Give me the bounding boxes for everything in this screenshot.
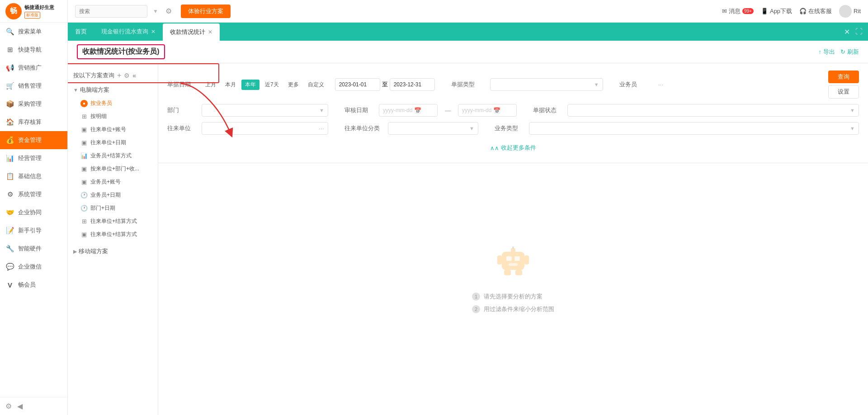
- scheme-item-salesperson-settle[interactable]: 📊 业务员+结算方式: [68, 149, 158, 162]
- messages-item[interactable]: ✉ 消息 99+: [722, 7, 754, 15]
- sidebar-item-finance[interactable]: 💰 资金管理: [0, 131, 67, 149]
- search-icon: 🔍: [5, 27, 14, 36]
- sidebar-item-operations[interactable]: 📊 经营管理: [0, 149, 67, 167]
- empty-state: 1 请先选择要分析的方案 2 用过滤条件来缩小分析范围: [158, 238, 868, 340]
- scheme-item-by-detail[interactable]: ⊞ 按明细: [68, 110, 158, 123]
- counterpart-dots[interactable]: ···: [319, 125, 324, 132]
- date-tab-7days[interactable]: 近7天: [261, 80, 283, 90]
- counterpart-input[interactable]: ···: [202, 122, 328, 135]
- counterpart-settle2-icon: ▣: [80, 231, 88, 238]
- sidebar-item-guide[interactable]: 📝 新手引导: [0, 222, 67, 240]
- review-from-input[interactable]: yyyy-mm-dd 📅: [379, 104, 438, 117]
- svg-rect-8: [504, 270, 511, 275]
- sidebar-item-inventory[interactable]: 🏠 库存核算: [0, 113, 67, 131]
- counterpart-label: 往来单位: [167, 124, 194, 132]
- page-header-actions: ↑ 导出 ↻ 刷新: [819, 48, 859, 56]
- scheme-item-label-10: 往来单位+结算方式: [90, 231, 137, 238]
- collapse-bar[interactable]: ∧∧ 收起更多条件: [167, 140, 859, 156]
- svg-rect-3: [509, 263, 518, 266]
- date-from-input[interactable]: [335, 78, 380, 91]
- tab-bank-close-icon[interactable]: ✕: [151, 28, 156, 35]
- scheme-item-by-counterpart-dept[interactable]: ▣ 按来单位+部门+收...: [68, 162, 158, 175]
- tip-2-num: 2: [472, 305, 480, 313]
- sidebar-item-cooperation[interactable]: 🤝 企业协同: [0, 203, 67, 222]
- sidebar-item-search[interactable]: 🔍 搜索菜单: [0, 23, 67, 41]
- date-tab-this-month[interactable]: 本月: [222, 80, 240, 90]
- scheme-section-mobile: ▶ 移动端方案: [68, 245, 158, 262]
- sidebar-item-basic[interactable]: 📋 基础信息: [0, 167, 67, 185]
- scheme-item-salesperson-date[interactable]: 🕐 业务员+日期: [68, 189, 158, 202]
- counterpart-type-select[interactable]: ▼: [388, 122, 478, 135]
- sidebar-item-sales[interactable]: 🛒 销售管理: [0, 77, 67, 95]
- date-tab-last-month[interactable]: 上月: [202, 80, 220, 90]
- date-label: 单据日期: [167, 80, 194, 89]
- add-scheme-icon[interactable]: +: [117, 71, 121, 80]
- settings-bottom-icon[interactable]: ⚙: [5, 402, 12, 410]
- scheme-item-label-9: 往来单位+结算方式: [90, 217, 137, 225]
- tabbar-close-icon[interactable]: ✕: [844, 28, 850, 36]
- sidebar-item-marketing[interactable]: 📢 营销推广: [0, 59, 67, 77]
- date-tab-this-year[interactable]: 本年: [241, 80, 259, 90]
- date-tab-custom[interactable]: 自定义: [304, 80, 328, 90]
- collapse-chevron-icon: ∧∧: [490, 145, 499, 151]
- collapse-panel-icon[interactable]: «: [132, 72, 136, 79]
- topbar-search-input[interactable]: [75, 5, 147, 18]
- headset-icon: 🎧: [799, 8, 807, 14]
- scheme-item-dept-date[interactable]: 🕐 部门+日期: [68, 202, 158, 215]
- inventory-icon: 🏠: [5, 118, 14, 127]
- tabbar-expand-icon[interactable]: ⛶: [855, 28, 863, 36]
- empty-tips: 1 请先选择要分析的方案 2 用过滤条件来缩小分析范围: [472, 292, 554, 313]
- tab-bank[interactable]: 现金银行流水查询 ✕: [94, 23, 163, 41]
- date-tab-more[interactable]: 更多: [284, 80, 302, 90]
- tab-collection[interactable]: 收款情况统计 ✕: [163, 24, 220, 41]
- review-date-label: 审核日期: [344, 106, 372, 114]
- scheme-item-by-salesperson[interactable]: ● 按业务员: [68, 97, 158, 110]
- logo-badge: 标准版: [24, 12, 40, 19]
- scheme-parent-mobile[interactable]: ▶ 移动端方案: [68, 245, 158, 258]
- dept-select[interactable]: ▼: [202, 104, 328, 117]
- query-buttons: 查询 设置: [828, 71, 859, 99]
- settings-button[interactable]: 设置: [828, 85, 859, 99]
- collapse-sidebar-icon[interactable]: ◀: [17, 402, 23, 410]
- sidebar-item-wechat[interactable]: 💬 企业微信: [0, 258, 67, 276]
- tab-home[interactable]: 首页: [68, 28, 94, 36]
- bill-type-select[interactable]: ▼: [490, 78, 603, 91]
- user-item[interactable]: Rit: [839, 5, 861, 18]
- sidebar-item-member[interactable]: V 畅会员: [0, 276, 67, 294]
- bill-type-label: 单据类型: [451, 80, 483, 89]
- sidebar-item-purchase[interactable]: 📦 采购管理: [0, 95, 67, 113]
- scheme-item-counterpart-account[interactable]: ▣ 往来单位+账号: [68, 123, 158, 136]
- topbar-settings-icon[interactable]: ⚙: [165, 7, 172, 15]
- app-download-item[interactable]: 📱 App下载: [761, 7, 792, 15]
- logo-text-area: 畅捷通好生意 标准版: [24, 4, 54, 19]
- scheme-item-salesperson-account[interactable]: ▣ 业务员+账号: [68, 175, 158, 189]
- sidebar-item-hardware[interactable]: 🔧 智能硬件: [0, 240, 67, 258]
- salesperson-more-dots[interactable]: ···: [658, 81, 664, 88]
- sidebar: 畅 畅捷通好生意 标准版 🔍 搜索菜单 ⊞ 快捷导航 📢 营销推广 🛒 销售管理…: [0, 0, 68, 415]
- scheme-parent-pc[interactable]: ▼ 电脑端方案: [68, 83, 158, 97]
- query-button[interactable]: 查询: [828, 71, 859, 83]
- review-to-input[interactable]: yyyy-mm-dd 📅: [458, 104, 517, 117]
- scheme-settings-icon[interactable]: ⚙: [124, 72, 130, 79]
- app-download-icon: 📱: [761, 8, 768, 14]
- topbar: ▼ ⚙ 体验行业方案 ✉ 消息 99+ 📱 App下载 🎧 在线客服 Rit: [68, 0, 868, 23]
- scheme-item-counterpart-settle2[interactable]: ▣ 往来单位+结算方式: [68, 228, 158, 241]
- dept-date-icon: 🕐: [80, 205, 88, 212]
- date-to-input[interactable]: [390, 78, 435, 91]
- tab-collection-close-icon[interactable]: ✕: [208, 29, 212, 35]
- review-to-cal-icon[interactable]: 📅: [493, 107, 500, 114]
- user-name: Rit: [854, 8, 861, 14]
- sidebar-item-system[interactable]: ⚙ 系统管理: [0, 185, 67, 203]
- refresh-button[interactable]: ↻ 刷新: [840, 48, 859, 56]
- scheme-item-counterpart-settle1[interactable]: ⊞ 往来单位+结算方式: [68, 215, 158, 228]
- page-header: 收款情况统计(按业务员) ↑ 导出 ↻ 刷新: [68, 41, 868, 63]
- scheme-item-counterpart-date[interactable]: ▣ 往来单位+日期: [68, 136, 158, 149]
- trial-button[interactable]: 体验行业方案: [181, 5, 231, 18]
- review-from-cal-icon[interactable]: 📅: [414, 107, 421, 114]
- online-service-item[interactable]: 🎧 在线客服: [799, 7, 832, 15]
- export-button[interactable]: ↑ 导出: [819, 48, 835, 56]
- biz-type-select[interactable]: ▼: [529, 122, 859, 135]
- sidebar-label-sales: 销售管理: [18, 82, 42, 90]
- sidebar-item-quicknav[interactable]: ⊞ 快捷导航: [0, 41, 67, 59]
- bill-status-select[interactable]: ▼: [567, 104, 859, 117]
